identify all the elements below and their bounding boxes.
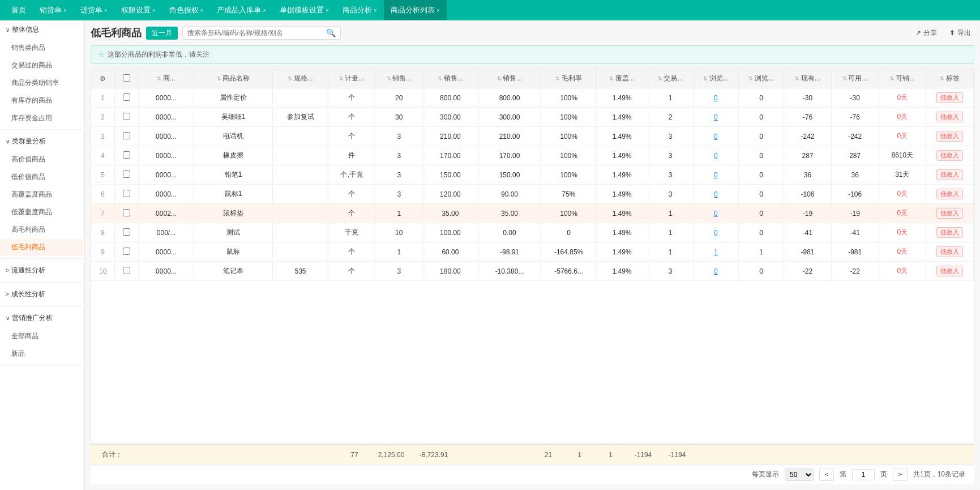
col-header-sales_price[interactable]: ⇅ 销售...: [423, 69, 478, 88]
nav-close-icon[interactable]: ×: [436, 7, 440, 14]
search-icon[interactable]: 🔍: [326, 28, 336, 37]
col-header-sales_amount[interactable]: ⇅ 销售...: [478, 69, 541, 88]
nav-item-权限设置[interactable]: 权限设置 ×: [114, 0, 162, 20]
row-checkbox[interactable]: [123, 171, 130, 178]
select-all-checkbox[interactable]: [123, 74, 130, 82]
sort-icon[interactable]: ⇅: [940, 76, 946, 82]
page-number-input[interactable]: [852, 469, 875, 480]
sort-icon[interactable]: ⇅: [288, 76, 294, 82]
sort-icon[interactable]: ⇅: [842, 76, 849, 82]
row-checkbox[interactable]: [123, 93, 130, 101]
sidebar-group-成长性分析[interactable]: >成长性分析: [0, 285, 84, 304]
cell-checkbox[interactable]: [115, 146, 139, 165]
browse-link[interactable]: 0: [714, 229, 718, 237]
sort-icon[interactable]: ⇅: [217, 76, 223, 82]
nav-item-商品分析[interactable]: 商品分析 ×: [336, 0, 384, 20]
cell-checkbox[interactable]: [115, 185, 139, 204]
cell-checkbox[interactable]: [115, 127, 139, 146]
browse-link[interactable]: 0: [714, 210, 718, 218]
cell-checkbox[interactable]: [115, 165, 139, 185]
cell-browse1[interactable]: 0: [693, 185, 738, 204]
search-input[interactable]: [187, 29, 326, 37]
cell-checkbox[interactable]: [115, 88, 139, 108]
nav-close-icon[interactable]: ×: [63, 7, 67, 14]
col-header-unit[interactable]: ⇅ 计量...: [328, 69, 375, 88]
col-header-sellable[interactable]: ⇅ 可销...: [879, 69, 926, 88]
nav-item-进货单[interactable]: 进货单 ×: [74, 0, 114, 20]
sort-icon[interactable]: ⇅: [609, 76, 615, 82]
nav-close-icon[interactable]: ×: [374, 7, 377, 14]
row-checkbox[interactable]: [123, 151, 130, 159]
cell-checkbox[interactable]: [115, 223, 139, 242]
sidebar-item-有库存的商品[interactable]: 有库存的商品: [0, 92, 84, 109]
nav-item-角色授权[interactable]: 角色授权 ×: [162, 0, 211, 20]
sidebar-group-营销推广分析[interactable]: ∨营销推广分析: [0, 309, 84, 327]
nav-item-首页[interactable]: 首页: [5, 0, 33, 20]
sort-icon[interactable]: ⇅: [658, 76, 664, 82]
browse-link[interactable]: 0: [714, 113, 718, 121]
sidebar-item-高价值商品[interactable]: 高价值商品: [0, 151, 84, 168]
export-button[interactable]: ⬆ 导出: [946, 27, 974, 40]
sidebar-item-高覆盖度商品[interactable]: 高覆盖度商品: [0, 186, 84, 203]
sidebar-group-类群量分析[interactable]: ∨类群量分析: [0, 132, 84, 151]
sidebar-item-库存资金占用[interactable]: 库存资金占用: [0, 109, 84, 127]
row-checkbox[interactable]: [123, 209, 130, 216]
row-checkbox[interactable]: [123, 267, 130, 274]
cell-browse1[interactable]: 0: [693, 165, 738, 185]
col-header-stock[interactable]: ⇅ 现有...: [784, 69, 832, 88]
sort-icon[interactable]: ⇅: [438, 76, 444, 82]
nav-close-icon[interactable]: ×: [326, 7, 329, 14]
sort-icon[interactable]: ⇅: [555, 76, 562, 82]
cell-browse1[interactable]: 0: [693, 127, 738, 146]
cell-browse1[interactable]: 0: [693, 204, 738, 223]
col-header-sales_qty[interactable]: ⇅ 销售...: [375, 69, 423, 88]
sort-icon[interactable]: ⇅: [703, 76, 709, 82]
sidebar-item-交易过的商品[interactable]: 交易过的商品: [0, 57, 84, 74]
sort-icon[interactable]: ⇅: [795, 76, 801, 82]
browse-link[interactable]: 0: [714, 94, 718, 102]
row-checkbox[interactable]: [123, 113, 130, 120]
cell-browse1[interactable]: 0: [693, 223, 738, 242]
sidebar-item-低覆盖度商品[interactable]: 低覆盖度商品: [0, 203, 84, 221]
nav-close-icon[interactable]: ×: [200, 7, 204, 14]
nav-item-单据模板设置[interactable]: 单据模板设置 ×: [273, 0, 336, 20]
nav-item-销货单[interactable]: 销货单 ×: [33, 0, 74, 20]
browse-link[interactable]: 0: [714, 190, 718, 198]
sidebar-item-新品[interactable]: 新品: [0, 345, 84, 363]
sidebar-group-整体信息[interactable]: ∨整体信息: [0, 20, 84, 39]
per-page-select[interactable]: 50 100 200: [785, 468, 814, 481]
nav-close-icon[interactable]: ×: [104, 7, 108, 14]
cell-checkbox[interactable]: [115, 108, 139, 127]
browse-link[interactable]: 0: [714, 152, 718, 160]
col-header-trade[interactable]: ⇅ 交易...: [648, 69, 693, 88]
col-header-code[interactable]: ⇅ 商...: [139, 69, 194, 88]
sidebar-item-高毛利商品[interactable]: 高毛利商品: [0, 221, 84, 238]
cell-checkbox[interactable]: [115, 262, 139, 281]
sidebar-item-低价值商品[interactable]: 低价值商品: [0, 168, 84, 186]
browse-link[interactable]: 0: [714, 267, 718, 275]
sidebar-item-全部商品[interactable]: 全部商品: [0, 327, 84, 345]
row-checkbox[interactable]: [123, 190, 130, 197]
prev-page-button[interactable]: ＜: [819, 468, 834, 481]
nav-close-icon[interactable]: ×: [152, 7, 156, 14]
col-header-name[interactable]: ⇅ 商品名称: [194, 69, 272, 88]
cell-browse1[interactable]: 1: [693, 242, 738, 262]
col-header-spec[interactable]: ⇅ 规格...: [273, 69, 328, 88]
browse-link[interactable]: 0: [714, 133, 718, 140]
col-header-tag[interactable]: ⇅ 标签: [926, 69, 974, 88]
sidebar-group-流通性分析[interactable]: >流通性分析: [0, 261, 84, 280]
sort-icon[interactable]: ⇅: [497, 76, 503, 82]
col-header-available[interactable]: ⇅ 可用...: [831, 69, 879, 88]
row-checkbox[interactable]: [123, 248, 130, 255]
sort-icon[interactable]: ⇅: [890, 76, 896, 82]
col-header-gross_rate[interactable]: ⇅ 毛利率: [541, 69, 597, 88]
browse-link[interactable]: 1: [714, 248, 718, 256]
cell-browse1[interactable]: 0: [693, 146, 738, 165]
browse-link[interactable]: 0: [714, 171, 718, 179]
sidebar-item-商品分类助销率[interactable]: 商品分类助销率: [0, 74, 84, 92]
cell-checkbox[interactable]: [115, 204, 139, 223]
nav-close-icon[interactable]: ×: [263, 7, 266, 14]
cell-browse1[interactable]: 0: [693, 262, 738, 281]
col-header-coverage[interactable]: ⇅ 覆盖...: [596, 69, 648, 88]
time-filter-button[interactable]: 近一月: [146, 27, 178, 40]
